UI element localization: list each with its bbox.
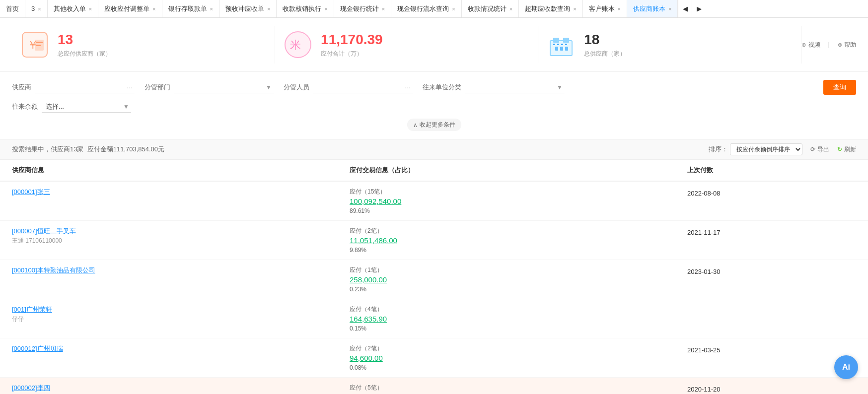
refresh-label: 刷新 — [844, 145, 856, 154]
nav-tab-cash-bank-flow-close[interactable]: × — [452, 6, 455, 12]
nav-tab-home[interactable]: 首页 — [0, 0, 25, 18]
nav-tab-customer-account-label: 客户账本 — [589, 4, 615, 13]
help-link[interactable]: ⊙ 帮助 — [838, 41, 856, 49]
sort-select[interactable]: 按应付余额倒序排序 — [730, 143, 802, 155]
nav-tab-receipt-verify[interactable]: 收款核销执行 × — [277, 0, 334, 18]
collapse-label: 收起更多条件 — [420, 121, 455, 129]
nav-tab-collection-stat[interactable]: 收款情况统计 × — [462, 0, 519, 18]
nav-tab-ar-adjust[interactable]: 应收应付调整单 × — [98, 0, 162, 18]
supplier-cell: [001]广州荣轩 仔仔 — [12, 305, 350, 324]
supplier-input[interactable] — [35, 81, 135, 93]
collapse-button[interactable]: ∧ 收起更多条件 — [407, 119, 461, 131]
card3-label: 总供应商（家） — [584, 50, 626, 58]
tx-percent: 0.08% — [350, 364, 687, 371]
supplier-link[interactable]: [000002]李四 — [12, 384, 50, 392]
nav-tab-other-income-label: 其他收入单 — [54, 4, 86, 13]
summary-card-total-suppliers: 18 总供应商（家） — [538, 26, 801, 64]
table-row: [000001]张三 应付（15笔） 100,092,540.00 89.61%… — [0, 182, 868, 221]
card3-value: 18 — [584, 31, 626, 48]
nav-arrow-right[interactable]: ▶ — [692, 0, 706, 18]
ai-label: Ai — [842, 363, 850, 372]
supplier-link[interactable]: [000100]本特勤油品有限公司 — [12, 266, 95, 274]
person-input-wrapper: ··· — [313, 81, 413, 93]
video-link[interactable]: ⊙ 视频 — [801, 41, 820, 49]
col-header-supplier: 供应商信息 — [12, 166, 350, 175]
nav-tab-cash-bank-stat-close[interactable]: × — [382, 6, 385, 12]
nav-tab-prepay-label: 预收冲应收单 — [225, 4, 264, 13]
nav-tab-3[interactable]: 3 × — [25, 0, 48, 18]
table-row: [000007]恒旺二手叉车 王通 17106110000 应付（2笔） 11,… — [0, 221, 868, 260]
svg-rect-11 — [560, 47, 563, 51]
nav-tab-ar-adjust-close[interactable]: × — [152, 6, 155, 12]
tx-label: 应付（2笔） — [350, 227, 687, 235]
data-table: 供应商信息 应付交易信息（占比） 上次付数 [000001]张三 应付（15笔）… — [0, 160, 868, 394]
tx-cell: 应付（4笔） 164,635.90 0.15% — [350, 305, 687, 332]
tx-label: 应付（2笔） — [350, 344, 687, 353]
supplier-link[interactable]: [000001]张三 — [12, 188, 50, 196]
category-select-wrapper: ▼ — [465, 81, 565, 93]
query-button[interactable]: 查询 — [823, 80, 856, 95]
nav-tab-customer-account-close[interactable]: × — [618, 6, 621, 12]
tx-cell: 应付（15笔） 100,092,540.00 89.61% — [350, 188, 687, 214]
nav-tab-supplier-account[interactable]: 供应商账本 × — [627, 0, 678, 18]
table-row: [000100]本特勤油品有限公司 应付（1笔） 258,000.00 0.23… — [0, 260, 868, 299]
nav-tab-prepay-close[interactable]: × — [267, 6, 270, 12]
svg-rect-8 — [553, 38, 559, 43]
refresh-button[interactable]: ↻ 刷新 — [837, 145, 856, 154]
supplier-link[interactable]: [001]广州荣轩 — [12, 306, 52, 313]
svg-rect-4 — [36, 45, 41, 46]
nav-tab-receipt-verify-close[interactable]: × — [324, 6, 327, 12]
svg-rect-13 — [553, 44, 555, 45]
balance-select-wrapper: 选择... ▼ — [42, 101, 131, 113]
filter-balance: 往来余额 选择... ▼ — [12, 101, 131, 113]
svg-text:米: 米 — [290, 39, 301, 51]
nav-tab-prepay[interactable]: 预收冲应收单 × — [219, 0, 277, 18]
nav-tab-bank-deposit[interactable]: 银行存取款单 × — [162, 0, 219, 18]
filter-supplier: 供应商 ··· — [12, 81, 135, 93]
nav-tab-bank-deposit-close[interactable]: × — [210, 6, 213, 12]
svg-rect-9 — [563, 38, 569, 43]
supplier-dots-icon[interactable]: ··· — [127, 83, 133, 91]
last-pay-cell: 2021-03-25 — [687, 344, 856, 354]
svg-rect-16 — [565, 44, 567, 45]
table-row: [001]广州荣轩 仔仔 应付（4笔） 164,635.90 0.15% — [0, 299, 868, 338]
svg-rect-15 — [561, 44, 563, 45]
last-pay-cell — [687, 305, 856, 307]
nav-arrow-left[interactable]: ◀ — [678, 0, 692, 18]
balance-select[interactable]: 选择... — [42, 101, 131, 113]
export-button[interactable]: ⟳ 导出 — [810, 145, 829, 154]
ai-button[interactable]: Ai — [834, 355, 858, 379]
tx-amount[interactable]: 164,635.90 — [350, 315, 687, 323]
nav-tab-cash-bank-flow[interactable]: 现金银行流水查询 × — [391, 0, 461, 18]
card1-value: 13 — [58, 31, 111, 48]
tx-amount[interactable]: 11,051,486.00 — [350, 236, 687, 245]
supplier-cell: [000007]恒旺二手叉车 王通 17106110000 — [12, 227, 350, 245]
nav-tab-other-income-close[interactable]: × — [89, 6, 92, 12]
person-input[interactable] — [313, 81, 413, 93]
last-pay-cell: 2022-08-08 — [687, 188, 856, 197]
supplier-link[interactable]: [000012]广州贝瑞 — [12, 345, 63, 352]
tx-amount[interactable]: 94,600.00 — [350, 354, 687, 362]
nav-tab-overdue[interactable]: 超期应收款查询 × — [519, 0, 582, 18]
last-pay-date — [687, 305, 856, 307]
nav-tab-overdue-close[interactable]: × — [573, 6, 576, 12]
supplier-link[interactable]: [000007]恒旺二手叉车 — [12, 227, 76, 235]
last-pay-cell: 2020-11-20 — [687, 384, 856, 393]
nav-tab-supplier-account-close[interactable]: × — [668, 6, 671, 12]
nav-tab-3-close[interactable]: × — [38, 6, 41, 12]
tx-cell: 应付（2笔） 94,600.00 0.08% — [350, 344, 687, 371]
dept-select[interactable] — [174, 81, 274, 93]
tx-label: 应付（15笔） — [350, 188, 687, 196]
supplier-input-wrapper: ··· — [35, 81, 135, 93]
tx-amount[interactable]: 100,092,540.00 — [350, 197, 687, 205]
tx-percent: 9.89% — [350, 247, 687, 254]
last-pay-date: 2023-01-30 — [687, 266, 856, 275]
nav-tab-cash-bank-stat[interactable]: 现金银行统计 × — [334, 0, 391, 18]
nav-tab-customer-account[interactable]: 客户账本 × — [583, 0, 627, 18]
tx-amount[interactable]: 258,000.00 — [350, 275, 687, 284]
nav-tab-other-income[interactable]: 其他收入单 × — [48, 0, 98, 18]
nav-tab-collection-stat-close[interactable]: × — [509, 6, 512, 12]
person-dots-icon[interactable]: ··· — [405, 83, 411, 91]
category-select[interactable] — [465, 81, 565, 93]
tx-cell: 应付（1笔） 258,000.00 0.23% — [350, 266, 687, 293]
